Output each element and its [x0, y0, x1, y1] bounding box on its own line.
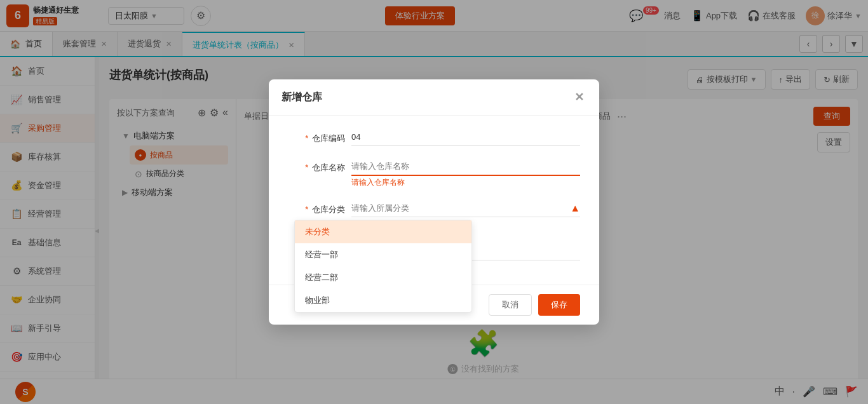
dropdown-item-dept2[interactable]: 经营二部 — [295, 266, 471, 289]
save-button[interactable]: 保存 — [538, 294, 580, 316]
warehouse-category-input[interactable] — [351, 199, 580, 217]
modal-title: 新增仓库 — [281, 91, 322, 104]
name-field-row: * 仓库名称 请输入仓库名称 — [288, 158, 580, 188]
cancel-button[interactable]: 取消 — [489, 294, 532, 316]
warehouse-name-input[interactable] — [351, 158, 580, 176]
dropdown-item-dept3[interactable]: 物业部 — [295, 289, 471, 312]
name-error-msg: 请输入仓库名称 — [351, 177, 580, 188]
modal-close-button[interactable]: ✕ — [571, 90, 587, 105]
category-field-row: * 仓库分类 ▲ 未分类 经营一部 经营二部 物业部 — [288, 199, 580, 217]
category-dropdown: 未分类 经营一部 经营二部 物业部 — [294, 220, 472, 313]
warehouse-code-input[interactable] — [351, 128, 580, 146]
select-arrow-up-icon[interactable]: ▲ — [570, 203, 580, 214]
dropdown-item-uncategorized[interactable]: 未分类 — [295, 220, 471, 243]
code-field-row: * 仓库编码 — [288, 128, 580, 146]
modal-overlay[interactable]: 新增仓库 ✕ * 仓库编码 * 仓库名称 — [0, 0, 868, 404]
add-warehouse-modal: 新增仓库 ✕ * 仓库编码 * 仓库名称 — [269, 79, 599, 325]
dropdown-item-dept1[interactable]: 经营一部 — [295, 243, 471, 266]
